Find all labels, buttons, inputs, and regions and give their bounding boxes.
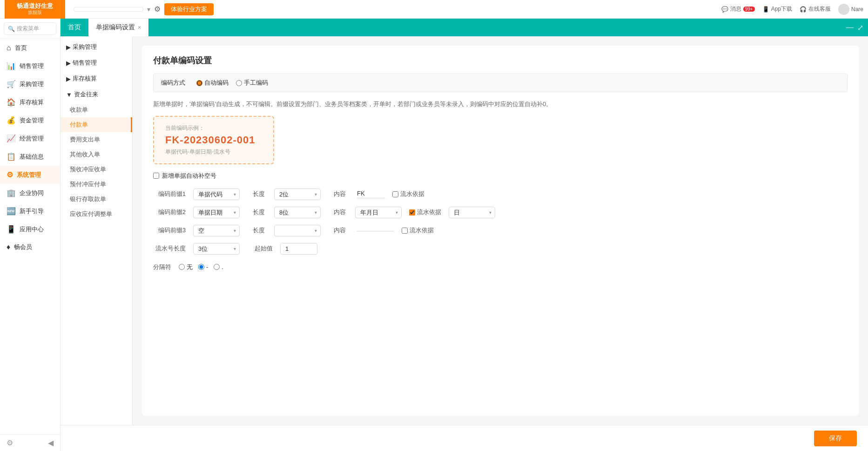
tab-home[interactable]: 首页 [61, 19, 88, 36]
prefix1-length-select[interactable]: 2位 [274, 188, 321, 200]
tab-encode-settings[interactable]: 单据编码设置 × [88, 19, 148, 36]
sidebar-item-label: 应用中心 [20, 225, 44, 234]
member-icon: ♦ [7, 243, 10, 251]
submenu-item-yingshou-adj[interactable]: 应收应付调整单 [61, 207, 132, 222]
submenu-purchase-arrow: ▶ [66, 44, 71, 51]
sidebar-item-label: 系统管理 [17, 171, 41, 179]
autofill-checkbox[interactable] [153, 173, 159, 179]
submenu-sales-title[interactable]: ▶ 销售管理 [61, 55, 132, 71]
separator-dot-radio[interactable] [214, 264, 220, 270]
sidebar-item-inventory[interactable]: 🏠 库存核算 [0, 93, 60, 111]
prefix3-row: 编码前缀3 空 长度 内容 [153, 225, 848, 236]
sidebar-collapse-button[interactable]: ◀ [48, 438, 54, 447]
prefix2-serial-label: 流水依据 [417, 208, 441, 216]
separator-none-option[interactable]: 无 [179, 263, 193, 271]
prefix3-content-label: 内容 [334, 226, 346, 235]
separator-dash-option[interactable]: - [198, 263, 208, 270]
sidebar-settings-button[interactable]: ⚙ [7, 438, 13, 447]
nav-tabs: 首页 单据编码设置 × — ⤢ [61, 19, 868, 36]
sidebar-item-sales[interactable]: 📊 销售管理 [0, 57, 60, 75]
basic-icon: 📋 [7, 152, 16, 161]
sidebar-item-label: 采购管理 [20, 80, 44, 88]
topbar-dropdown-icon[interactable]: ▾ [147, 6, 150, 13]
prefix2-serial-checkbox[interactable] [409, 209, 415, 215]
code-example-value: FK-20230602-001 [165, 134, 262, 146]
maximize-window-icon[interactable]: ⤢ [857, 23, 863, 32]
manual-encode-option[interactable]: 手工编码 [236, 79, 268, 87]
submenu-item-yinhang[interactable]: 银行存取款单 [61, 192, 132, 207]
minimize-window-icon[interactable]: — [846, 23, 854, 32]
sidebar-item-system[interactable]: ⚙ 系统管理 [0, 166, 60, 184]
prefix2-length-select[interactable]: 8位 [274, 207, 321, 218]
separator-label: 分隔符 [153, 263, 171, 271]
prefix2-period-select[interactable]: 日 [449, 207, 495, 218]
user-profile[interactable]: Nare [838, 4, 863, 15]
serial-start-label: 起始值 [255, 244, 273, 253]
sidebar-item-purchase[interactable]: 🛒 采购管理 [0, 75, 60, 93]
prefix1-serial-label: 流水依据 [400, 190, 424, 198]
prefix2-select[interactable]: 单据日期 [193, 207, 240, 218]
finance-icon: 💰 [7, 116, 16, 125]
auto-encode-radio[interactable] [196, 80, 202, 86]
sidebar-item-member[interactable]: ♦ 畅会员 [0, 238, 60, 256]
submenu-group-sales: ▶ 销售管理 [61, 55, 132, 71]
sidebar-search-area: 🔍 搜索菜单 [0, 19, 60, 39]
submenu-item-fukuan[interactable]: 付款单 [61, 117, 132, 132]
message-button[interactable]: 💬 消息 99+ [721, 5, 755, 13]
sidebar-item-home[interactable]: ⌂ 首页 [0, 39, 60, 57]
serial-start-input[interactable] [280, 243, 317, 255]
separator-none-radio[interactable] [179, 264, 185, 270]
submenu-item-qitashoru[interactable]: 其他收入单 [61, 147, 132, 162]
sidebar-item-operations[interactable]: 📈 经营管理 [0, 129, 60, 148]
sidebar-item-enterprise[interactable]: 🏢 企业协同 [0, 184, 60, 202]
sidebar-item-basic[interactable]: 📋 基础信息 [0, 148, 60, 166]
search-menu-button[interactable]: 🔍 搜索菜单 [4, 22, 56, 35]
prefix3-length-select[interactable] [274, 225, 321, 236]
submenu-purchase-title[interactable]: ▶ 采购管理 [61, 39, 132, 55]
sidebar-item-newguide[interactable]: 🆕 新手引导 [0, 202, 60, 220]
topbar-left: 畅通道好生意 旗舰版 ▾ ⚙ 体验行业方案 [5, 0, 214, 19]
submenu-item-yuchong-fu[interactable]: 预付冲应付单 [61, 177, 132, 192]
submenu-capital-label: 资金往来 [74, 90, 98, 99]
bottom-bar: 保存 [61, 425, 868, 451]
submenu-inventory-title[interactable]: ▶ 库存核算 [61, 71, 132, 87]
prefix1-select-wrapper: 单据代码 [193, 188, 240, 200]
submenu-capital-title[interactable]: ▼ 资金往来 [61, 87, 132, 102]
save-button[interactable]: 保存 [814, 431, 857, 446]
logo-text: 畅通道好生意 [17, 2, 53, 10]
sidebar-item-label: 经营管理 [20, 135, 44, 143]
sidebar-item-finance[interactable]: 💰 资金管理 [0, 111, 60, 129]
system-icon: ⚙ [7, 170, 13, 179]
newguide-icon: 🆕 [7, 207, 16, 215]
manual-encode-radio[interactable] [236, 80, 242, 86]
prefix1-select[interactable]: 单据代码 [193, 188, 240, 200]
submenu-group-inventory: ▶ 库存核算 [61, 71, 132, 87]
sidebar-item-apps[interactable]: 📱 应用中心 [0, 220, 60, 238]
sidebar-item-label: 首页 [15, 44, 27, 52]
topbar-settings-icon[interactable]: ⚙ [154, 5, 161, 13]
prefix3-select[interactable]: 空 [193, 225, 240, 236]
auto-encode-option[interactable]: 自动编码 [196, 79, 229, 87]
submenu-item-yuchong-ying[interactable]: 预收冲应收单 [61, 162, 132, 177]
prefix1-serial-checkbox[interactable] [392, 191, 398, 197]
prefix2-content-label: 内容 [334, 208, 346, 216]
close-tab-icon[interactable]: × [138, 24, 141, 31]
prefix3-select-wrapper: 空 [193, 225, 240, 236]
prefix2-content-select[interactable]: 年月日 [355, 207, 402, 218]
app-download-button[interactable]: 📱 App下载 [762, 5, 792, 13]
separator-dash-radio[interactable] [198, 264, 204, 270]
submenu-item-feiyong[interactable]: 费用支出单 [61, 132, 132, 147]
online-service-button[interactable]: 🎧 在线客服 [800, 5, 831, 13]
prefix3-serial-checkbox[interactable] [402, 228, 408, 234]
serial-length-select[interactable]: 3位 [193, 243, 240, 255]
submenu-sales-label: 销售管理 [73, 59, 97, 67]
separator-row: 分隔符 无 - . [153, 263, 848, 271]
submenu-item-shoukuan[interactable]: 收款单 [61, 102, 132, 117]
online-service-label: 在线客服 [808, 5, 831, 13]
experience-button[interactable]: 体验行业方案 [164, 3, 214, 15]
content-area: 首页 单据编码设置 × — ⤢ ▶ 采购管理 [61, 19, 868, 451]
prefix2-serial-check: 流水依据 [409, 208, 441, 216]
separator-dot-option[interactable]: . [214, 263, 223, 270]
info-text: 新增单据时，'单据编码'自动生成，不可编辑。前缀设置为部门、业务员等档案类，开单… [153, 100, 848, 109]
page-title: 付款单编码设置 [153, 55, 848, 66]
